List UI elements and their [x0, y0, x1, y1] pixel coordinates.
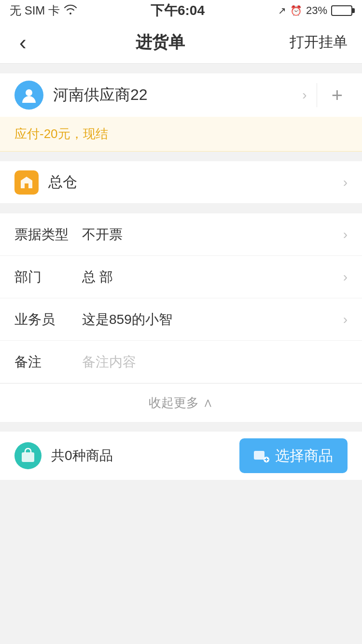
- salesperson-label: 业务员: [14, 310, 82, 329]
- supplier-card: 河南供应商22 › + 应付-20元，现结: [0, 73, 362, 152]
- invoice-type-label: 票据类型: [14, 225, 82, 244]
- remark-label: 备注: [14, 353, 82, 371]
- svg-point-0: [26, 89, 32, 96]
- status-time: 下午6:04: [151, 1, 205, 20]
- status-left: 无 SIM 卡: [10, 3, 77, 18]
- form-section: 票据类型 不开票 › 部门 总 部 › 业务员 这是859的小智 › 备注 备注…: [0, 213, 362, 422]
- collapse-button[interactable]: 收起更多 ∧: [0, 383, 362, 422]
- alarm-icon: ⏰: [290, 5, 302, 16]
- warehouse-name: 总仓: [48, 172, 343, 192]
- department-value: 总 部: [82, 268, 343, 286]
- department-chevron-icon: ›: [343, 269, 348, 285]
- section-gap-2: [0, 152, 362, 161]
- nav-bar: ‹ 进货单 打开挂单: [0, 21, 362, 64]
- notice-text: 应付-20元，现结: [14, 126, 108, 141]
- section-gap-1: [0, 64, 362, 73]
- supplier-row[interactable]: 河南供应商22 › +: [0, 73, 362, 117]
- department-label: 部门: [14, 268, 82, 286]
- salesperson-value: 这是859的小智: [82, 310, 343, 329]
- notice-bar: 应付-20元，现结: [0, 117, 362, 152]
- invoice-type-row[interactable]: 票据类型 不开票 ›: [0, 213, 362, 256]
- select-product-button[interactable]: 选择商品: [239, 438, 348, 473]
- bottom-bar: 共0种商品 选择商品: [0, 432, 362, 480]
- salesperson-row[interactable]: 业务员 这是859的小智 ›: [0, 298, 362, 341]
- battery-icon: [331, 5, 352, 16]
- invoice-type-chevron-icon: ›: [343, 227, 348, 242]
- svg-rect-3: [254, 451, 265, 460]
- remark-row[interactable]: 备注 备注内容: [0, 341, 362, 383]
- back-button[interactable]: ‹: [14, 26, 31, 59]
- supplier-avatar: [14, 81, 43, 110]
- page-title: 进货单: [136, 31, 185, 54]
- salesperson-chevron-icon: ›: [343, 312, 348, 327]
- svg-rect-2: [22, 452, 34, 462]
- product-icon: [14, 442, 42, 469]
- location-icon: ↗: [278, 5, 286, 16]
- supplier-divider: [317, 83, 317, 107]
- svg-rect-1: [25, 183, 28, 188]
- status-right: ↗ ⏰ 23%: [278, 4, 352, 17]
- collapse-label: 收起更多 ∧: [149, 394, 213, 411]
- section-gap-3: [0, 204, 362, 213]
- select-product-label: 选择商品: [275, 446, 333, 466]
- status-bar: 无 SIM 卡 下午6:04 ↗ ⏰ 23%: [0, 0, 362, 21]
- department-row[interactable]: 部门 总 部 ›: [0, 256, 362, 298]
- add-button[interactable]: +: [327, 80, 348, 111]
- open-pending-button[interactable]: 打开挂单: [290, 32, 348, 52]
- wifi-icon: [64, 4, 77, 17]
- remark-value: 备注内容: [82, 353, 348, 371]
- warehouse-icon: [14, 170, 39, 195]
- invoice-type-value: 不开票: [82, 225, 343, 244]
- supplier-name: 河南供应商22: [53, 84, 302, 106]
- carrier-text: 无 SIM 卡: [10, 3, 60, 18]
- warehouse-chevron-icon: ›: [343, 175, 348, 190]
- supplier-chevron-icon: ›: [302, 87, 306, 103]
- warehouse-row[interactable]: 总仓 ›: [0, 161, 362, 204]
- product-count-text: 共0种商品: [51, 447, 230, 465]
- battery-text: 23%: [306, 4, 327, 17]
